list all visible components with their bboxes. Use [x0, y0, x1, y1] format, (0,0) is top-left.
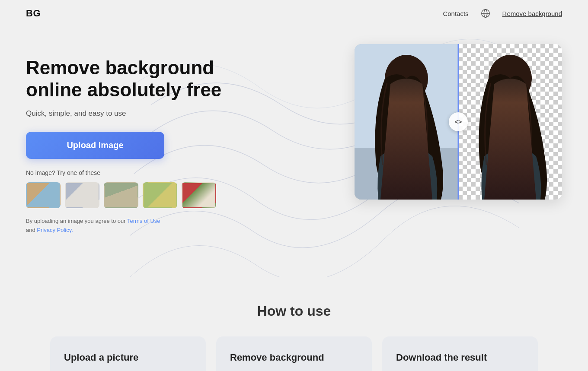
logo: BG	[26, 8, 41, 19]
card-remove-title: Remove background	[230, 352, 358, 363]
sample-image-5[interactable]	[182, 182, 216, 208]
terms-and: and	[26, 227, 37, 233]
image-compare-container[interactable]: <>	[355, 44, 562, 200]
nav-right: Contacts Remove background	[443, 9, 562, 18]
sample-image-4[interactable]	[143, 182, 177, 208]
hero-right: <>	[242, 44, 562, 200]
privacy-policy-link[interactable]: Privacy Policy.	[37, 227, 73, 233]
hero-left: Remove background online absolutely free…	[26, 44, 242, 235]
sample-image-1[interactable]	[26, 182, 61, 208]
terms-of-use-link[interactable]: Terms of Use	[127, 218, 160, 224]
no-image-text: No image? Try one of these	[26, 169, 242, 176]
how-to-use-title: How to use	[26, 303, 562, 319]
sample-images	[26, 182, 242, 208]
terms-prefix: By uploading an image you agree to our	[26, 218, 127, 224]
remove-bg-nav-link[interactable]: Remove background	[502, 10, 562, 17]
navbar: BG Contacts Remove background	[0, 0, 588, 27]
hero-title: Remove background online absolutely free	[26, 57, 225, 101]
compare-original-side	[355, 44, 458, 200]
card-upload-title: Upload a picture	[64, 352, 192, 363]
compare-transparent-side	[458, 44, 562, 200]
how-to-use-section: How to use Upload a picture Drag a pictu…	[0, 277, 588, 371]
compare-handle[interactable]: <>	[449, 112, 468, 131]
hero-section: Remove background online absolutely free…	[0, 27, 588, 277]
cards-row: Upload a picture Drag a picture or a pho…	[26, 336, 562, 371]
globe-icon[interactable]	[481, 9, 490, 18]
card-upload: Upload a picture Drag a picture or a pho…	[50, 336, 206, 371]
card-download-title: Download the result	[396, 352, 524, 363]
hero-subtitle: Quick, simple, and easy to use	[26, 109, 242, 118]
upload-button[interactable]: Upload Image	[26, 132, 164, 159]
card-remove: Remove background Our tool 100% automati…	[216, 336, 372, 371]
sample-image-3[interactable]	[104, 182, 138, 208]
card-download: Download the result After you select a n…	[382, 336, 538, 371]
terms-text: By uploading an image you agree to our T…	[26, 217, 242, 235]
sample-image-2[interactable]	[65, 182, 99, 208]
contacts-link[interactable]: Contacts	[443, 10, 468, 17]
handle-arrows: <>	[455, 118, 462, 125]
